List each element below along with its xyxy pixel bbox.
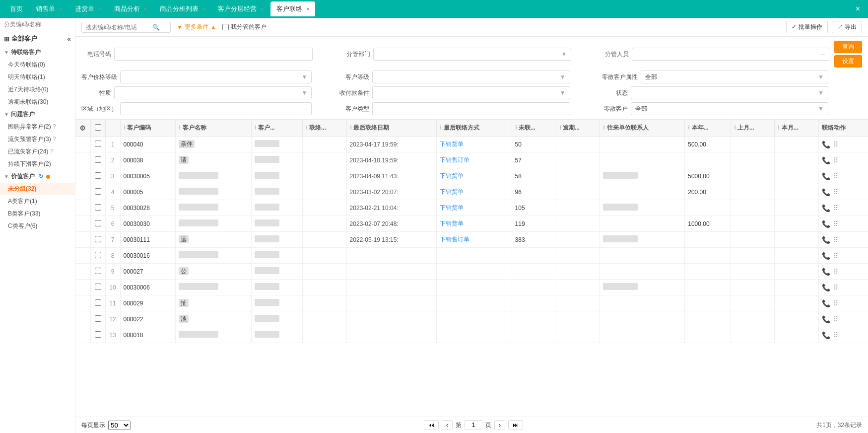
close-all-tabs[interactable]: × [852,4,864,13]
more-action-icon[interactable]: ⠿ [833,236,838,244]
close-analysis-tab[interactable]: × [144,6,147,12]
code-col-header[interactable]: ⁝ 客户编码 [120,120,176,137]
contact-type-link[interactable]: 下销货单 [440,188,464,195]
more-action-icon[interactable]: ⠿ [833,299,838,307]
phone-action-icon[interactable]: 📞 [822,220,830,228]
refresh-icon[interactable]: ↻ [39,173,43,180]
no-contact-col-header[interactable]: ⁝ 未联... [512,120,556,137]
nav-tab-analysis[interactable]: 商品分析 × [108,1,153,16]
row-checkbox[interactable] [95,188,101,195]
last-page-btn[interactable]: ⏭ [508,420,523,430]
dept-select[interactable]: ▼ [373,48,572,61]
my-customers-check[interactable] [222,24,229,30]
nav-tab-purchase[interactable]: 进货单 × [69,1,107,16]
checkbox-cell[interactable] [90,327,105,343]
close-sales-tab[interactable]: × [59,6,62,12]
next-page-btn[interactable]: › [494,420,505,430]
type-col-header[interactable]: ⁝ 客户... [251,120,302,137]
nav-tab-customer-layer[interactable]: 客户分层经营 × [212,1,269,16]
more-action-icon[interactable]: ⠿ [833,220,838,228]
overdue-col-header[interactable]: ⁝ 逾期... [556,120,600,137]
page-size-select[interactable]: 50 100 [108,421,131,430]
row-checkbox[interactable] [95,315,101,322]
close-customer-layer-tab[interactable]: × [261,6,264,12]
nature-select[interactable]: ▼ [114,86,312,99]
phone-action-icon[interactable]: 📞 [822,268,830,276]
last-month-col-header[interactable]: ⁝ 上月... [731,120,775,137]
sidebar-item-b-class[interactable]: B类客户(33) [0,208,75,220]
contact-col-header[interactable]: ⁝ 联络... [302,120,346,137]
sidebar-group-pending[interactable]: ▼ 待联络客户 [0,46,75,59]
contact-type-link[interactable]: 下销售订单 [440,156,469,163]
checkbox-cell[interactable] [90,232,105,248]
phone-action-icon[interactable]: 📞 [822,188,830,196]
sidebar-item-c-class[interactable]: C类客户(6) [0,220,75,232]
row-checkbox[interactable] [95,331,101,338]
checkbox-cell[interactable] [90,248,105,264]
checkbox-cell[interactable] [90,137,105,152]
phone-action-icon[interactable]: 📞 [822,141,830,148]
payment-select[interactable]: ▼ [372,86,570,99]
customer-level-select[interactable]: ▼ [372,71,570,83]
phone-action-icon[interactable]: 📞 [822,236,830,244]
phone-action-icon[interactable]: 📞 [822,331,830,339]
close-analysis-list-tab[interactable]: × [202,6,205,12]
status-select[interactable]: ▼ [631,86,828,99]
customer-type-input[interactable] [372,102,570,115]
this-year-col-header[interactable]: ⁝ 本年... [685,120,731,137]
sidebar-item-a-class[interactable]: A类客户(1) [0,195,75,208]
search-input[interactable] [86,24,150,31]
last-contact-type-col-header[interactable]: ⁝ 最后联络方式 [437,120,512,137]
scatter-attr-select[interactable]: 全部 ▼ [641,71,828,83]
sidebar-search-input[interactable] [4,21,75,28]
more-action-icon[interactable]: ⠿ [833,252,838,260]
phone-action-icon[interactable]: 📞 [822,284,830,291]
contact-type-link[interactable]: 下销货单 [440,172,464,179]
region-input[interactable]: ··· [120,102,312,115]
checkbox-cell[interactable] [90,311,105,327]
row-checkbox[interactable] [95,268,101,274]
settings-gear-icon[interactable]: ⚙ [79,124,86,132]
checkbox-cell[interactable] [90,200,105,216]
more-action-icon[interactable]: ⠿ [833,156,838,164]
sidebar-group-problem[interactable]: ▼ 问题客户 [0,108,75,121]
checkbox-cell[interactable] [90,264,105,280]
more-action-icon[interactable]: ⠿ [833,268,838,276]
phone-action-icon[interactable]: 📞 [822,315,830,323]
phone-action-icon[interactable]: 📞 [822,204,830,212]
sidebar-item-lost[interactable]: 已流失客户(24) ? [0,145,75,158]
sidebar-item-tomorrow-pending[interactable]: 明天待联络(1) [0,71,75,83]
phone-action-icon[interactable]: 📞 [822,299,830,307]
row-checkbox[interactable] [95,141,101,147]
sidebar-item-churn-warning[interactable]: 流失预警客户(3) ? [0,133,75,145]
name-col-header[interactable]: ⁝ 客户名称 [176,120,251,137]
row-checkbox[interactable] [95,220,101,226]
more-action-icon[interactable]: ⠿ [833,331,838,339]
sidebar-item-today-pending[interactable]: 今天待联络(0) [0,59,75,71]
phone-action-icon[interactable]: 📞 [822,156,830,164]
contact-person-col-header[interactable]: ⁝ 往来单位联系人 [600,120,685,137]
page-number-input[interactable] [465,420,482,430]
more-action-icon[interactable]: ⠿ [833,204,838,212]
nav-tab-sales[interactable]: 销售单 × [30,1,68,16]
contact-type-link[interactable]: 下销货单 [440,141,464,147]
first-page-btn[interactable]: ⏮ [424,420,439,430]
manager-input[interactable]: ··· [632,48,830,61]
checkbox-cell[interactable] [90,184,105,200]
close-customer-contact-tab[interactable]: × [306,6,309,12]
sidebar-item-overdue-pending[interactable]: 逾期未联络(30) [0,96,75,108]
row-checkbox[interactable] [95,284,101,290]
all-customers-header[interactable]: ⊞ 全部客户 « [0,31,75,46]
query-button[interactable]: 查询 [834,41,862,53]
this-month-col-header[interactable]: ⁝ 本月... [775,120,819,137]
checkbox-cell[interactable] [90,295,105,311]
batch-ops-button[interactable]: ✓ 批量操作 [786,21,827,33]
sidebar-item-declining[interactable]: 持续下滑客户(2) [0,158,75,170]
scatter-customer-select[interactable]: 全部 ▼ [631,102,828,115]
phone-action-icon[interactable]: 📞 [822,172,830,180]
sidebar-collapse-icon[interactable]: « [67,35,71,43]
contact-type-link[interactable]: 下销售订单 [440,236,469,243]
more-action-icon[interactable]: ⠿ [833,284,838,291]
checkbox-cell[interactable] [90,216,105,232]
row-checkbox[interactable] [95,156,101,163]
